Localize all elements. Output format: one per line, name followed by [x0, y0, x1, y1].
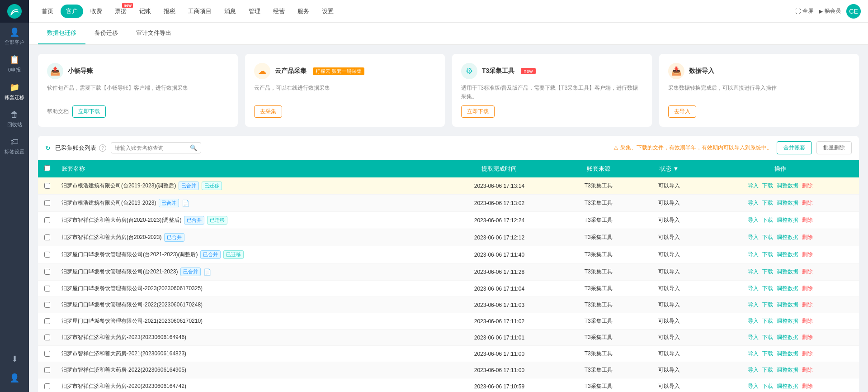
action-导入[interactable]: 导入: [746, 217, 760, 223]
action-调整数据[interactable]: 调整数据: [775, 285, 800, 292]
action-调整数据[interactable]: 调整数据: [775, 182, 800, 189]
row-checkbox[interactable]: [44, 269, 50, 275]
action-调整数据[interactable]: 调整数据: [775, 200, 800, 206]
action-下载[interactable]: 下载: [760, 268, 775, 275]
collect-button[interactable]: 去采集: [254, 105, 282, 118]
action-调整数据[interactable]: 调整数据: [775, 367, 800, 373]
action-调整数据[interactable]: 调整数据: [775, 234, 800, 240]
tab-audit-export[interactable]: 审计文件导出: [127, 23, 180, 44]
nav-message[interactable]: 消息: [219, 5, 241, 18]
action-删除[interactable]: 删除: [800, 200, 815, 206]
select-all-checkbox[interactable]: [44, 165, 50, 171]
file-icon[interactable]: 📄: [203, 268, 211, 276]
help-doc-link[interactable]: 帮助文档: [47, 108, 69, 115]
nav-industrial[interactable]: 工商项目: [183, 5, 217, 18]
action-导入[interactable]: 导入: [746, 268, 760, 275]
action-导入[interactable]: 导入: [746, 251, 760, 258]
nav-invoice[interactable]: 票据 new: [109, 5, 132, 18]
fullscreen-button[interactable]: ⛶ 全屏: [795, 7, 813, 15]
action-删除[interactable]: 删除: [800, 350, 815, 357]
action-导入[interactable]: 导入: [746, 301, 760, 308]
action-删除[interactable]: 删除: [800, 251, 815, 258]
action-下载[interactable]: 下载: [760, 200, 775, 206]
row-checkbox[interactable]: [44, 302, 50, 308]
tab-backup-migration[interactable]: 备份迁移: [85, 23, 127, 44]
action-导入[interactable]: 导入: [746, 182, 760, 189]
row-checkbox[interactable]: [44, 335, 50, 340]
nav-settings[interactable]: 设置: [316, 5, 339, 18]
action-删除[interactable]: 删除: [800, 182, 815, 189]
action-删除[interactable]: 删除: [800, 318, 815, 324]
row-checkbox[interactable]: [44, 200, 50, 206]
nav-fee[interactable]: 收费: [85, 5, 108, 18]
action-调整数据[interactable]: 调整数据: [775, 217, 800, 223]
action-下载[interactable]: 下载: [760, 318, 775, 324]
row-checkbox[interactable]: [44, 383, 50, 389]
action-删除[interactable]: 删除: [800, 234, 815, 240]
action-删除[interactable]: 删除: [800, 334, 815, 340]
batch-delete-button[interactable]: 批量删除: [816, 141, 852, 154]
row-checkbox[interactable]: [44, 286, 50, 292]
action-下载[interactable]: 下载: [760, 234, 775, 240]
action-导入[interactable]: 导入: [746, 318, 760, 324]
tab-data-migration[interactable]: 数据包迁移: [38, 23, 85, 44]
nav-accounting[interactable]: 记账: [134, 5, 156, 18]
row-checkbox[interactable]: [44, 234, 50, 240]
search-submit-icon[interactable]: 🔍: [190, 144, 197, 151]
row-checkbox[interactable]: [44, 367, 50, 373]
nav-operation[interactable]: 经营: [268, 5, 290, 18]
action-导入[interactable]: 导入: [746, 367, 760, 373]
row-checkbox[interactable]: [44, 217, 50, 223]
action-调整数据[interactable]: 调整数据: [775, 350, 800, 357]
action-调整数据[interactable]: 调整数据: [775, 268, 800, 275]
sidebar-item-download[interactable]: ⬇: [0, 349, 29, 368]
user-avatar[interactable]: CE: [846, 4, 861, 19]
action-导入[interactable]: 导入: [746, 285, 760, 292]
sidebar-item-tags[interactable]: 🏷 标签设置: [0, 133, 29, 160]
row-checkbox[interactable]: [44, 183, 50, 189]
action-删除[interactable]: 删除: [800, 285, 815, 292]
action-调整数据[interactable]: 调整数据: [775, 318, 800, 324]
action-删除[interactable]: 删除: [800, 367, 815, 373]
action-导入[interactable]: 导入: [746, 383, 760, 389]
merge-button[interactable]: 合并账套: [777, 141, 812, 154]
action-下载[interactable]: 下载: [760, 285, 775, 292]
app-logo[interactable]: [0, 0, 29, 23]
sidebar-item-zero-declaration[interactable]: 📋 0申报: [0, 50, 29, 78]
refresh-icon[interactable]: ↻: [45, 144, 51, 152]
action-下载[interactable]: 下载: [760, 217, 775, 223]
action-调整数据[interactable]: 调整数据: [775, 383, 800, 389]
action-下载[interactable]: 下载: [760, 182, 775, 189]
download-now-button-3[interactable]: 立即下载: [461, 105, 495, 118]
col-status[interactable]: 状态 ▼: [637, 160, 702, 177]
row-checkbox[interactable]: [44, 351, 50, 357]
action-导入[interactable]: 导入: [746, 200, 760, 206]
action-调整数据[interactable]: 调整数据: [775, 301, 800, 308]
action-调整数据[interactable]: 调整数据: [775, 251, 800, 258]
nav-service[interactable]: 服务: [292, 5, 315, 18]
member-button[interactable]: ▶ 畅会员: [819, 7, 841, 15]
nav-home[interactable]: 首页: [36, 5, 59, 18]
row-checkbox[interactable]: [44, 252, 50, 258]
nav-tax[interactable]: 报税: [158, 5, 181, 18]
search-input[interactable]: [115, 145, 187, 151]
action-导入[interactable]: 导入: [746, 234, 760, 240]
sidebar-item-user[interactable]: 👤: [0, 368, 29, 387]
sidebar-item-migration[interactable]: 📁 账套迁移: [0, 78, 29, 105]
action-下载[interactable]: 下载: [760, 350, 775, 357]
action-下载[interactable]: 下载: [760, 383, 775, 389]
action-删除[interactable]: 删除: [800, 301, 815, 308]
nav-client[interactable]: 客户: [61, 5, 83, 18]
action-下载[interactable]: 下载: [760, 334, 775, 340]
action-删除[interactable]: 删除: [800, 217, 815, 223]
action-导入[interactable]: 导入: [746, 334, 760, 340]
import-button[interactable]: 去导入: [668, 105, 696, 118]
help-icon[interactable]: ?: [99, 144, 106, 152]
action-调整数据[interactable]: 调整数据: [775, 334, 800, 340]
download-now-button-1[interactable]: 立即下载: [72, 105, 106, 118]
sidebar-item-all-clients[interactable]: 👤 全部客户: [0, 23, 29, 50]
nav-manage[interactable]: 管理: [243, 5, 266, 18]
file-icon[interactable]: 📄: [182, 200, 189, 207]
action-下载[interactable]: 下载: [760, 367, 775, 373]
action-删除[interactable]: 删除: [800, 383, 815, 389]
